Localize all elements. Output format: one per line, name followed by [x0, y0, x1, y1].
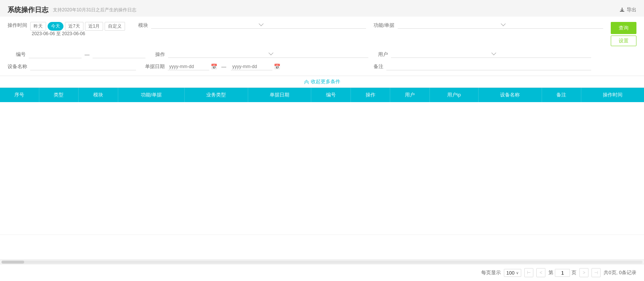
calendar-from-icon[interactable]: 📅	[211, 64, 217, 70]
number-input-to[interactable]	[93, 51, 145, 58]
date-input-group: 📅 — 📅	[168, 63, 364, 70]
page-number-input[interactable]	[555, 269, 570, 277]
number-filter: 编号 —	[8, 51, 145, 58]
device-label: 设备名称	[8, 63, 30, 70]
filter-area: 操作时间 昨天 今天 近7天 近1月 自定义 2023-06-06 至 2023…	[0, 17, 644, 76]
last-page-icon: ⊣	[594, 270, 598, 275]
module-label: 模块	[136, 22, 151, 29]
prev-page-button[interactable]: <	[536, 268, 545, 277]
table-container: 序号 类型 模块 功能/单据 业务类型 单据日期 编号 操作 用户 用户ip 设…	[0, 88, 644, 259]
date-filter: 单据日期 📅 — 📅	[144, 63, 364, 70]
time-label: 操作时间	[8, 22, 30, 29]
first-page-button[interactable]: ⊢	[524, 268, 533, 277]
scrollbar-area[interactable]	[0, 259, 644, 264]
page-container: 系统操作日志 支持2020年10月31日之后产生的操作日志 导出 操作时间 昨天…	[0, 0, 644, 281]
time-btn-1month[interactable]: 近1月	[85, 22, 103, 31]
per-page-label: 每页显示	[481, 269, 501, 276]
page-title: 系统操作日志	[8, 5, 48, 14]
number-input-from[interactable]	[29, 51, 82, 58]
collapse-label: 收起更多条件	[311, 78, 340, 85]
scrollbar-thumb	[2, 261, 24, 264]
first-page-icon: ⊢	[527, 270, 531, 275]
calendar-to-icon[interactable]: 📅	[274, 64, 280, 70]
time-buttons-row: 昨天 今天 近7天 近1月 自定义	[30, 22, 125, 31]
page-suffix-label: 页	[571, 269, 576, 276]
function-chevron-icon	[500, 23, 602, 28]
time-btn-7days[interactable]: 近7天	[65, 22, 83, 31]
function-select[interactable]	[398, 22, 604, 29]
page-subtitle: 支持2020年10月31日之后产生的操作日志	[53, 7, 136, 13]
next-page-button[interactable]: >	[579, 268, 588, 277]
last-page-button[interactable]: ⊣	[591, 268, 601, 277]
filter-row-2: 编号 — 操作 用户	[8, 51, 636, 58]
page-size-chevron-icon: ∨	[516, 271, 519, 275]
module-select[interactable]	[151, 22, 366, 29]
col-biztype: 业务类型	[185, 88, 248, 102]
col-type: 类型	[39, 88, 78, 102]
export-button[interactable]: 导出	[619, 6, 636, 13]
page-size-select[interactable]: 100 ∨	[504, 269, 522, 277]
date-to-input[interactable]	[231, 63, 272, 70]
time-btn-today[interactable]: 今天	[48, 22, 63, 31]
remark-filter: 备注	[371, 63, 591, 70]
time-btn-yesterday[interactable]: 昨天	[30, 22, 46, 31]
empty-row	[0, 102, 644, 234]
user-select[interactable]	[391, 51, 591, 58]
operation-chevron-icon	[268, 52, 367, 57]
date-from-input[interactable]	[168, 63, 209, 70]
time-btn-custom[interactable]: 自定义	[105, 22, 125, 31]
date-label: 单据日期	[144, 63, 168, 70]
page-header: 系统操作日志 支持2020年10月31日之后产生的操作日志 导出	[0, 0, 644, 17]
col-operation: 操作	[351, 88, 390, 102]
data-table: 序号 类型 模块 功能/单据 业务类型 单据日期 编号 操作 用户 用户ip 设…	[0, 88, 644, 235]
page-size-value: 100	[507, 270, 515, 276]
time-filter-content: 昨天 今天 近7天 近1月 自定义 2023-06-06 至 2023-06-0…	[30, 22, 125, 37]
time-filter: 操作时间 昨天 今天 近7天 近1月 自定义 2023-06-06 至 2023…	[8, 22, 128, 37]
page-input-wrapper: 第 页	[548, 269, 576, 277]
total-info: 共0页, 0条记录	[604, 269, 636, 276]
collapse-button[interactable]: 收起更多条件	[304, 78, 340, 85]
pagination: 每页显示 100 ∨ ⊢ < 第 页 > ⊣ 共0页, 0条记录	[0, 264, 644, 281]
header-left: 系统操作日志 支持2020年10月31日之后产生的操作日志	[8, 5, 136, 14]
col-function: 功能/单据	[118, 88, 184, 102]
operation-label: 操作	[153, 51, 168, 58]
user-chevron-icon	[491, 52, 590, 57]
collapse-icon	[304, 79, 309, 84]
prev-page-icon: <	[540, 270, 542, 275]
time-range-text: 2023-06-06 至 2023-06-06	[32, 31, 125, 37]
col-date: 单据日期	[248, 88, 311, 102]
query-button[interactable]: 查询	[611, 22, 636, 34]
settings-button[interactable]: 设置	[611, 36, 636, 46]
col-user: 用户	[390, 88, 429, 102]
col-seq: 序号	[0, 88, 39, 102]
function-filter: 功能/单据	[374, 22, 604, 29]
next-page-icon: >	[583, 270, 585, 275]
filter-row-3: 设备名称 单据日期 📅 — 📅 备注	[8, 63, 636, 70]
remark-label: 备注	[371, 63, 386, 70]
module-filter: 模块	[136, 22, 366, 29]
export-label: 导出	[627, 6, 636, 13]
operation-filter: 操作	[153, 51, 368, 58]
col-number: 编号	[311, 88, 351, 102]
device-filter: 设备名称	[8, 63, 136, 70]
operation-select[interactable]	[168, 51, 368, 58]
remark-input[interactable]	[386, 63, 591, 70]
collapse-row: 收起更多条件	[0, 76, 644, 88]
user-filter: 用户	[376, 51, 591, 58]
col-module: 模块	[79, 88, 118, 102]
table-header-row: 序号 类型 模块 功能/单据 业务类型 单据日期 编号 操作 用户 用户ip 设…	[0, 88, 644, 102]
function-label: 功能/单据	[374, 22, 398, 29]
device-input[interactable]	[30, 63, 136, 70]
col-user-ip: 用户ip	[429, 88, 478, 102]
export-icon	[619, 7, 625, 13]
col-remark: 备注	[542, 88, 581, 102]
number-dash: —	[82, 52, 93, 57]
page-prefix-label: 第	[548, 269, 553, 276]
number-label: 编号	[8, 51, 29, 58]
scrollbar-track	[2, 261, 642, 264]
action-buttons: 查询 设置	[611, 22, 636, 46]
empty-cell	[0, 102, 644, 234]
date-dash: —	[218, 64, 229, 70]
user-label: 用户	[376, 51, 391, 58]
module-chevron-icon	[258, 23, 364, 28]
